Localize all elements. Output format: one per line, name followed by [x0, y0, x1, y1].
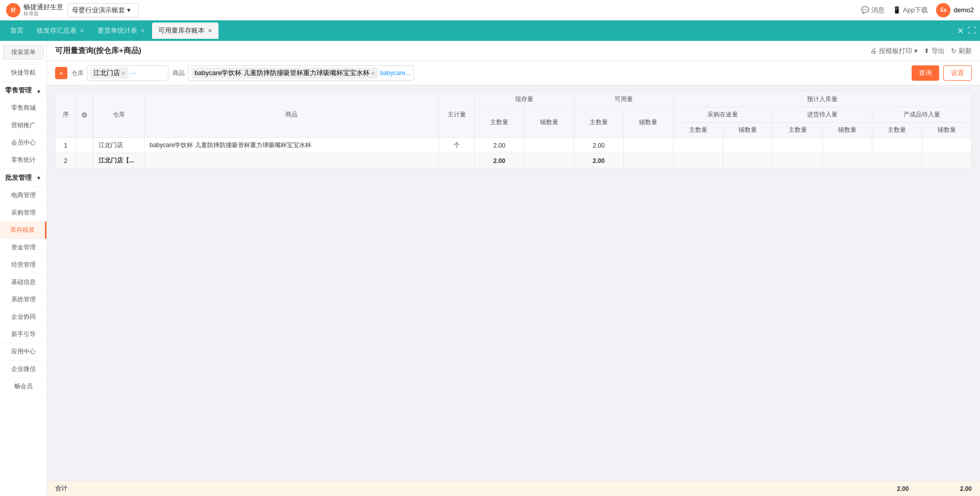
page-header: 可用量查询(按仓库+商品) 🖨 按模板打印 ▾ ⬆ 导出 ↻ 刷新 [47, 41, 980, 61]
sidebar-item-guide[interactable]: 新手引导 [0, 326, 46, 343]
row1-purchase-aux [723, 138, 772, 153]
sidebar-item-retail-shop[interactable]: 零售商城 [0, 100, 46, 117]
warehouse-filter-field: 仓库 江北门店 × ··· [71, 65, 168, 81]
sidebar-item-wholesale[interactable]: 批发管理 ▼ [0, 169, 46, 187]
footer-bar: 合计 2.00 2.00 [47, 481, 980, 496]
sidebar-item-system[interactable]: 系统管理 [0, 291, 46, 309]
sidebar-item-finance[interactable]: 资金管理 [0, 239, 46, 256]
print-btn[interactable]: 🖨 按模板打印 ▾ [870, 46, 918, 56]
user-name: demo2 [953, 6, 974, 14]
export-icon: ⬆ [924, 47, 929, 55]
refresh-icon: ↻ [951, 47, 957, 55]
export-btn[interactable]: ⬆ 导出 [924, 46, 945, 56]
sidebar-item-quick-nav[interactable]: 快捷导航 [0, 64, 46, 82]
row2-incoming-main [773, 153, 822, 169]
current-main-header: 主数量 [475, 107, 524, 138]
table-row: 2 江北门店【... 2.00 2.00 [56, 153, 972, 169]
user-avatar-area[interactable]: Ea demo2 [936, 3, 974, 17]
tab-order[interactable]: 要货单统计表 ✕ [91, 22, 151, 39]
tab-order-close[interactable]: ✕ [140, 28, 145, 34]
sidebar-search-area: 搜索菜单 [0, 41, 46, 64]
sidebar-item-enterprise[interactable]: 企业协同 [0, 309, 46, 326]
row2-production-aux [922, 153, 971, 169]
warehouse-label: 仓库 [71, 69, 84, 78]
search-btn[interactable]: 查询 [912, 65, 939, 81]
gear-icon[interactable]: ⚙ [81, 111, 88, 119]
sidebar-item-stock-mgmt[interactable]: 库存核算 [0, 222, 46, 239]
footer-label: 合计 [55, 484, 67, 493]
app-download-btn[interactable]: 📱 App下载 [893, 6, 928, 15]
chevron-down-icon: ▾ [127, 6, 131, 14]
sidebar-item-basics[interactable]: 基础信息 [0, 274, 46, 291]
tab-home[interactable]: 首页 [4, 22, 30, 39]
row1-available-aux [624, 138, 673, 153]
row1-gear[interactable] [76, 138, 93, 153]
chevron-down-icon: ▼ [36, 175, 41, 181]
row2-warehouse: 江北门店【... [93, 153, 144, 169]
tab-close-all-btn[interactable]: ✕ [957, 26, 964, 36]
available-aux-header: 辅数量 [624, 107, 673, 138]
sidebar-item-wechat[interactable]: 企业微信 [0, 361, 46, 378]
filter-actions: 查询 设置 [912, 65, 972, 81]
production-aux-header: 辅数量 [922, 123, 971, 138]
footer-current-main: 2.00 [897, 485, 909, 492]
group-purchase-header: 采购在途量 [673, 107, 773, 123]
print-icon: 🖨 [870, 47, 877, 55]
tab-fullscreen-btn[interactable]: ⛶ [968, 26, 976, 35]
row2-purchase-aux [723, 153, 772, 169]
col-warehouse-header: 仓库 [93, 92, 144, 138]
row1-purchase-main [673, 138, 723, 153]
product-tag-container[interactable]: babycare学饮杯 儿童防摔防撞吸管杯重力球吸嘴杯宝宝水杯 × babyca… [188, 65, 414, 81]
sidebar-item-vip[interactable]: 畅会员 [0, 378, 46, 395]
col-product-header: 商品 [144, 92, 439, 138]
settings-btn[interactable]: 设置 [943, 65, 972, 81]
tab-receive-close[interactable]: ✕ [80, 28, 84, 34]
group-current-header: 现存量 [475, 92, 574, 107]
row2-gear[interactable] [76, 153, 93, 169]
tab-receive[interactable]: 收发存汇总表 ✕ [31, 22, 90, 39]
search-menu-btn[interactable]: 搜索菜单 [3, 45, 43, 60]
avatar: Ea [936, 3, 950, 17]
sidebar-item-marketing[interactable]: 营销推广 [0, 117, 46, 134]
chevron-up-icon: ▲ [36, 88, 41, 93]
row2-available-aux [624, 153, 673, 169]
purchase-main-header: 主数量 [673, 123, 723, 138]
tab-stock-close[interactable]: ✕ [208, 28, 212, 34]
sidebar-item-app-center[interactable]: 应用中心 [0, 343, 46, 361]
warehouse-tag-close[interactable]: × [121, 69, 126, 77]
row2-available-main: 2.00 [574, 153, 623, 169]
sidebar-item-operations[interactable]: 经营管理 [0, 256, 46, 274]
tab-stock[interactable]: 可用量库存账本 ✕ [152, 22, 218, 39]
warehouse-tag: 江北门店 × [90, 67, 129, 79]
product-tag: babycare学饮杯 儿童防摔防撞吸管杯重力球吸嘴杯宝宝水杯 × [191, 67, 378, 79]
warehouse-tag-container[interactable]: 江北门店 × ··· [87, 65, 168, 81]
product-label: 商品 [173, 69, 185, 78]
incoming-aux-header: 辅数量 [822, 123, 872, 138]
sidebar-item-ecommerce[interactable]: 电商管理 [0, 187, 46, 204]
table-row: 1 江北门店 babycare学饮杯 儿童防摔防撞吸管杯重力球吸嘴杯宝宝水杯 个… [56, 138, 972, 153]
product-tag-close[interactable]: × [371, 69, 375, 77]
row1-unit: 个 [439, 138, 475, 153]
tab-bar: 首页 收发存汇总表 ✕ 要货单统计表 ✕ 可用量库存账本 ✕ ✕ ⛶ [0, 20, 980, 41]
message-btn[interactable]: 💬 消息 [861, 6, 885, 15]
filter-expand-btn[interactable]: » [55, 67, 67, 79]
footer-available-main: 2.00 [960, 485, 972, 492]
refresh-btn[interactable]: ↻ 刷新 [951, 46, 972, 56]
page-header-actions: 🖨 按模板打印 ▾ ⬆ 导出 ↻ 刷新 [870, 46, 972, 56]
tab-bar-actions: ✕ ⛶ [957, 26, 976, 36]
warehouse-more[interactable]: ··· [131, 69, 136, 77]
sidebar-item-purchase[interactable]: 采购管理 [0, 204, 46, 222]
sidebar-item-retail[interactable]: 零售管理 ▲ [0, 82, 46, 100]
row2-current-main: 2.00 [475, 153, 524, 169]
col-gear-header[interactable]: ⚙ [76, 92, 93, 138]
sidebar-item-retail-stats[interactable]: 零售统计 [0, 152, 46, 169]
available-main-header: 主数量 [574, 107, 623, 138]
data-table: 序 ⚙ 仓库 商品 主计量 现存量 可用量 预计入库量 主数量 辅数量 [55, 91, 972, 169]
industry-select[interactable]: 母婴行业演示账套 ▾ [67, 3, 139, 17]
product-more[interactable]: babycare... [380, 69, 410, 77]
sidebar-item-member[interactable]: 会员中心 [0, 134, 46, 152]
group-incoming-header: 进货待入量 [773, 107, 872, 123]
app-logo-text: 畅捷通好生意 标准版 [23, 3, 63, 17]
production-main-header: 主数量 [872, 123, 922, 138]
row2-no: 2 [56, 153, 76, 169]
